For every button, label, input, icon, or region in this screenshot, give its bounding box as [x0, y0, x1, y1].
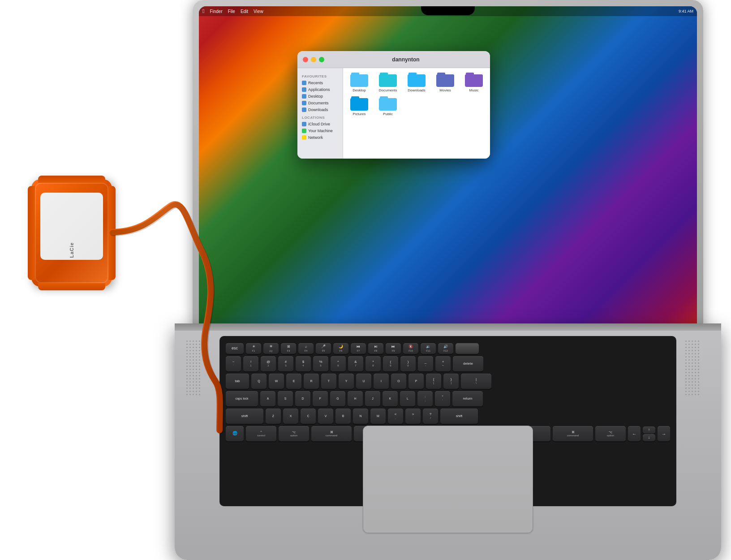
key-esc[interactable]: esc: [226, 343, 244, 354]
key-f7[interactable]: ⏮F7: [351, 343, 366, 354]
key-s[interactable]: S: [278, 391, 293, 406]
key-0[interactable]: )0: [400, 356, 416, 371]
key-6[interactable]: ^6: [331, 356, 346, 371]
key-command-left[interactable]: ⌘ command: [311, 426, 352, 441]
key-c[interactable]: C: [301, 409, 316, 424]
key-f12[interactable]: 🔊F12: [438, 343, 453, 354]
key-f4[interactable]: ⌕F4: [298, 343, 314, 354]
key-semicolon[interactable]: :;: [417, 391, 433, 406]
folder-movies[interactable]: Movies: [434, 73, 457, 93]
sidebar-item-documents[interactable]: Documents: [300, 100, 340, 106]
key-control[interactable]: ⌃ control: [246, 426, 276, 441]
key-backslash[interactable]: |\: [461, 374, 491, 389]
menubar-edit[interactable]: Edit: [241, 9, 248, 14]
key-i[interactable]: I: [374, 374, 389, 389]
key-arrow-up[interactable]: ↑: [643, 426, 655, 434]
folder-desktop[interactable]: Desktop: [348, 73, 371, 93]
close-button[interactable]: [303, 57, 308, 62]
key-caps-lock[interactable]: caps lock: [226, 391, 258, 406]
key-2[interactable]: @2: [261, 356, 276, 371]
folder-pictures[interactable]: Pictures: [348, 96, 371, 116]
key-j[interactable]: J: [365, 391, 380, 406]
key-x[interactable]: X: [283, 409, 298, 424]
key-tab[interactable]: tab: [226, 374, 249, 389]
menubar-finder[interactable]: Finder: [210, 9, 222, 14]
key-r[interactable]: R: [304, 374, 319, 389]
key-f2[interactable]: ☀F2: [263, 343, 279, 354]
maximize-button[interactable]: [319, 57, 324, 62]
sidebar-item-network[interactable]: Network: [300, 134, 340, 141]
sidebar-item-recents[interactable]: Recents: [300, 80, 340, 86]
key-l[interactable]: L: [400, 391, 415, 406]
key-slash[interactable]: ?/: [423, 409, 438, 424]
sidebar-item-downloads[interactable]: Downloads: [300, 107, 340, 113]
key-comma[interactable]: <,: [388, 409, 403, 424]
folder-public[interactable]: Public: [376, 96, 400, 116]
key-q[interactable]: Q: [251, 374, 267, 389]
key-backtick[interactable]: ~`: [226, 356, 241, 371]
key-u[interactable]: U: [356, 374, 371, 389]
key-3[interactable]: #3: [278, 356, 293, 371]
key-k[interactable]: K: [383, 391, 398, 406]
key-f3[interactable]: ⊞F3: [281, 343, 296, 354]
minimize-button[interactable]: [311, 57, 316, 62]
key-shift-right[interactable]: shift: [440, 409, 478, 424]
key-f1[interactable]: ☀F1: [246, 343, 261, 354]
key-f5[interactable]: 🎤F5: [316, 343, 331, 354]
key-equals[interactable]: +=: [435, 356, 451, 371]
trackpad[interactable]: [363, 426, 533, 533]
key-f8[interactable]: ⏯F8: [368, 343, 383, 354]
key-f6[interactable]: 🌙F6: [333, 343, 348, 354]
key-p[interactable]: P: [408, 374, 424, 389]
key-f9[interactable]: ⏭F9: [386, 343, 401, 354]
folder-downloads[interactable]: Downloads: [405, 73, 428, 93]
key-v[interactable]: V: [318, 409, 333, 424]
key-option-left[interactable]: ⌥ option: [279, 426, 309, 441]
folder-documents[interactable]: Documents: [376, 73, 400, 93]
key-fn[interactable]: 🌐: [226, 426, 244, 441]
key-e[interactable]: E: [286, 374, 301, 389]
key-bracket-close[interactable]: }]: [443, 374, 459, 389]
key-n[interactable]: N: [353, 409, 368, 424]
key-t[interactable]: T: [321, 374, 336, 389]
key-a[interactable]: A: [260, 391, 275, 406]
touch-id-button[interactable]: [456, 343, 479, 354]
key-f10[interactable]: 🔇F10: [403, 343, 418, 354]
key-g[interactable]: G: [330, 391, 345, 406]
key-command-right[interactable]: ⌘ command: [553, 426, 593, 441]
key-h[interactable]: H: [348, 391, 363, 406]
key-arrow-left[interactable]: ←: [628, 426, 641, 441]
key-8[interactable]: *8: [366, 356, 381, 371]
sidebar-item-desktop[interactable]: Desktop: [300, 93, 340, 99]
key-9[interactable]: (9: [383, 356, 398, 371]
key-o[interactable]: O: [391, 374, 406, 389]
key-f11[interactable]: 🔉F11: [421, 343, 436, 354]
sidebar-item-applications[interactable]: Applications: [300, 86, 340, 93]
key-1[interactable]: !1: [243, 356, 258, 371]
key-m[interactable]: M: [370, 409, 386, 424]
key-bracket-open[interactable]: {[: [426, 374, 441, 389]
key-arrow-right[interactable]: →: [658, 426, 670, 441]
key-d[interactable]: D: [295, 391, 310, 406]
key-minus[interactable]: _-: [418, 356, 433, 371]
key-y[interactable]: Y: [339, 374, 354, 389]
key-4[interactable]: $4: [296, 356, 311, 371]
key-w[interactable]: W: [269, 374, 284, 389]
key-f[interactable]: F: [313, 391, 328, 406]
key-period[interactable]: >.: [405, 409, 421, 424]
key-5[interactable]: %5: [313, 356, 328, 371]
key-quote[interactable]: "': [435, 391, 450, 406]
key-shift-left[interactable]: shift: [226, 409, 263, 424]
key-b[interactable]: B: [335, 409, 351, 424]
key-arrow-down[interactable]: ↓: [643, 434, 655, 441]
apple-menu-icon[interactable]: : [202, 8, 204, 14]
key-delete[interactable]: delete: [453, 356, 483, 371]
key-z[interactable]: Z: [266, 409, 281, 424]
menubar-file[interactable]: File: [228, 9, 235, 14]
sidebar-item-icloud[interactable]: iCloud Drive: [300, 121, 340, 127]
menubar-view[interactable]: View: [254, 9, 263, 14]
sidebar-item-machine[interactable]: Your Machine: [300, 128, 340, 134]
key-return[interactable]: return: [452, 391, 483, 406]
key-7[interactable]: &7: [348, 356, 363, 371]
folder-music[interactable]: Music: [462, 73, 486, 93]
